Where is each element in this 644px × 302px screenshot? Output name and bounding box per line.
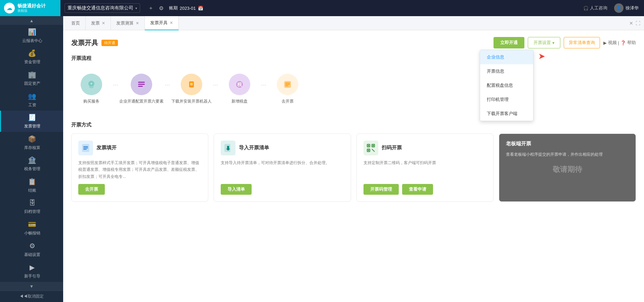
sidebar-label: 发票管理 [24,123,40,129]
tab-invoice[interactable]: 发票 ✕ [86,16,111,30]
svg-rect-16 [83,148,88,148]
sidebar-item-report[interactable]: 💳 小畅报销 [0,218,63,239]
scan-invoice-icon [363,141,378,155]
overlay-text: 敬请期待 [506,164,629,175]
sidebar-item-cloud-report[interactable]: 📊 云报表中心 [0,25,63,46]
add-button[interactable]: ＋ [148,5,154,12]
close-tab-calc[interactable]: ✕ [136,21,139,26]
svg-rect-13 [285,85,288,86]
account-icon: 📋 [28,178,36,186]
sidebar-item-invoice[interactable]: 🧾 发票管理 [0,111,63,132]
cloud-report-icon: 📊 [28,28,36,36]
settings-icon[interactable]: ⚙ [159,5,164,11]
tab-bar: 首页 发票 ✕ 发票测算 ✕ 发票开具 ✕ ✕ ⛶ [63,16,644,30]
question-icon: ❓ [620,40,626,45]
import-invoice-button[interactable]: 导入清单 [221,184,252,195]
method-card-scan: 扫码开票 支持定制开票二维码，客户端可扫码开票 开票码管理 查看申请 [356,134,493,202]
svg-rect-17 [83,149,87,150]
archive-icon: 🗄 [29,199,36,207]
sidebar-label: 归档管理 [24,209,40,215]
report-icon: 💳 [28,220,36,228]
sidebar-item-guide[interactable]: ▶ 新手引导 [0,260,63,282]
dropdown-item-printer[interactable]: 打印机管理 [480,92,533,107]
methods-section-title: 开票方式 [71,122,636,128]
flow-label-1: 购买服务 [83,99,99,104]
logo-text: 畅捷通好会计 [17,3,46,9]
sidebar-item-inventory[interactable]: 📦 库存核算 [0,132,63,153]
content-area: 首页 发票 ✕ 发票测算 ✕ 发票开具 ✕ ✕ ⛶ [63,16,644,302]
sidebar-item-settings[interactable]: ⚙ 基础设置 [0,239,63,261]
fill-invoice-title: 发票填开 [96,145,117,151]
svg-line-25 [372,149,375,152]
import-invoice-title: 导入开票清单 [239,145,269,151]
svg-rect-11 [285,83,290,83]
sidebar-item-account[interactable]: 📋 结账 [0,175,63,196]
logo-sub: 旗舰版 [17,8,46,13]
invoice-settings-button[interactable]: 开票设置 ▾ [528,37,560,48]
status-badge: 待开通 [101,40,118,46]
sidebar-item-archive[interactable]: 🗄 归档管理 [0,196,63,218]
svg-rect-6 [190,83,193,84]
payroll-icon: 👥 [28,92,36,100]
page-actions: 立即开通 开票设置 ▾ 企业信息 ➤ [493,37,636,48]
svg-rect-22 [368,145,369,146]
flow-step-2: 企业开通配置开票六要素 [119,74,164,104]
user-area[interactable]: 👤 徐泽华 [614,3,639,13]
flow-arrow-1: ··· [113,81,118,88]
sidebar-item-tax[interactable]: 🏦 税务管理 [0,153,63,175]
sidebar-cancel-pin[interactable]: ◀◀取消固定 [0,291,63,302]
settings-icon: ⚙ [29,242,35,250]
company-name: 重庆畅捷交通信息咨询有限公司 [68,5,133,11]
sidebar-label: 固定资产 [24,81,40,86]
flow-icon-4: 税 [229,74,250,95]
video-help[interactable]: ▶ 视频 | ❓ 帮助 [603,40,636,46]
flow-label-5: 去开票 [282,99,294,104]
close-tab-invoice[interactable]: ✕ [102,21,105,26]
qr-manage-button[interactable]: 开票码管理 [363,184,399,195]
flow-label-4: 新增税盘 [231,99,248,104]
flow-arrow-2: ··· [165,81,170,88]
tab-invoice-calc[interactable]: 发票测算 ✕ [111,16,145,30]
flow-icon-1: + [81,74,102,95]
dropdown-item-download-client[interactable]: 下载开票客户端 [480,107,533,121]
sidebar-scroll-down[interactable]: ▼ [0,282,63,291]
tab-invoice-issue[interactable]: 发票开具 ✕ [145,16,179,30]
main-layout: ▲ 📊 云报表中心 💰 资金管理 🏢 固定资产 👥 工资 🧾 发票管理 📦 库存… [0,16,644,302]
fill-invoice-button[interactable]: 去开票 [78,184,105,195]
svg-rect-2 [138,82,145,83]
sidebar-item-fund[interactable]: 💰 资金管理 [0,46,63,68]
fill-invoice-desc: 支持按照发票样式手工填开发票；可开具增值税电子普通发票、增值税普通发票、增值税专… [78,159,201,180]
flow-icon-2 [131,74,152,95]
arrow-icon: ➤ [539,52,545,61]
dropdown-item-invoice-info[interactable]: 开票信息 [480,64,533,78]
dropdown-item-tax-config[interactable]: 配置税盘信息 [480,78,533,92]
view-apply-button[interactable]: 查看申请 [402,184,433,195]
flow-arrow-3: ··· [213,81,218,88]
abnormal-list-button[interactable]: 异常清单查询 [564,37,600,48]
settings-dropdown-menu: 企业信息 ➤ 开票信息 配置税盘信息 打印机管理 [480,50,533,121]
calendar-icon[interactable]: 📅 [198,6,203,11]
chevron-down-icon: ▾ [135,6,137,10]
sidebar-label: 库存核算 [24,145,40,151]
activate-button[interactable]: 立即开通 [493,37,524,48]
import-invoice-desc: 支持导入待开票清单，可对待开票清单进行拆分、合并处理。 [221,159,344,166]
fixed-assets-icon: 🏢 [28,71,36,79]
dropdown-item-company-info[interactable]: 企业信息 ➤ [480,50,533,64]
flow-step-4: 税 新增税盘 [219,74,260,104]
svg-rect-3 [138,84,145,85]
sidebar-scroll-up[interactable]: ▲ [0,16,63,25]
company-selector[interactable]: 重庆畅捷交通信息咨询有限公司 ▾ [65,3,140,13]
tab-home[interactable]: 首页 [66,16,86,30]
sidebar-item-payroll[interactable]: 👥 工资 [0,89,63,111]
fund-icon: 💰 [28,49,36,57]
sidebar-label: 云报表中心 [22,38,42,44]
svg-text:税: 税 [237,82,242,87]
service-button[interactable]: 🎧 人工咨询 [583,5,607,11]
close-window-icon[interactable]: ✕ [628,20,635,27]
close-tab-issue[interactable]: ✕ [170,21,173,25]
period-info: 账期 2023-01 📅 [169,5,203,11]
fill-invoice-icon [78,141,93,155]
sidebar-item-fixed-assets[interactable]: 🏢 固定资产 [0,68,63,89]
maximize-icon[interactable]: ⛶ [635,20,641,27]
flow-arrow-4: ··· [261,81,266,88]
